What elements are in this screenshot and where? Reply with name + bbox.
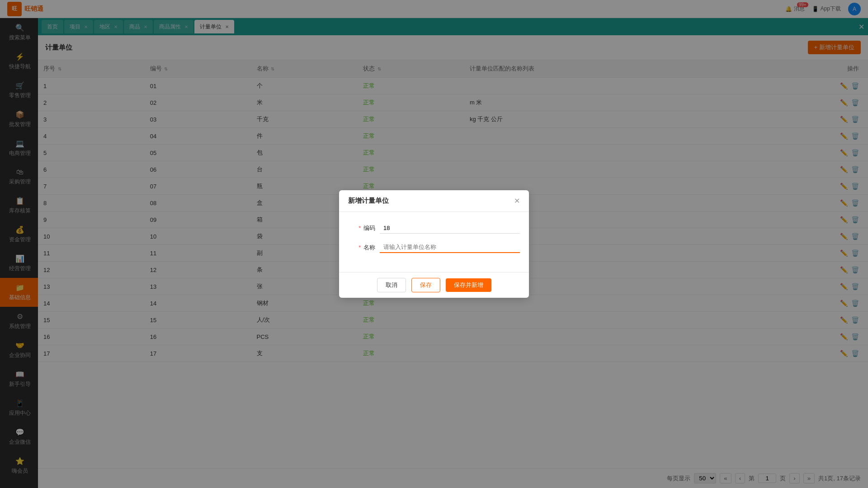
required-star-name: * <box>359 244 361 251</box>
cancel-button[interactable]: 取消 <box>377 278 406 292</box>
code-input[interactable] <box>380 223 520 234</box>
modal-close-button[interactable]: ✕ <box>514 197 520 205</box>
required-star-code: * <box>359 225 361 231</box>
name-input[interactable] <box>380 242 520 253</box>
code-label: * 编码 <box>348 224 375 232</box>
form-row-code: * 编码 <box>348 223 520 234</box>
form-row-name: * 名称 <box>348 242 520 253</box>
modal-body: * 编码 * 名称 <box>339 212 529 272</box>
modal-header: 新增计量单位 ✕ <box>339 190 529 212</box>
save-button[interactable]: 保存 <box>411 278 440 292</box>
modal-footer: 取消 保存 保存并新增 <box>339 272 529 298</box>
add-unit-modal: 新增计量单位 ✕ * 编码 * 名称 取消 保存 保存并新增 <box>339 190 529 298</box>
save-and-add-button[interactable]: 保存并新增 <box>446 278 491 292</box>
name-label: * 名称 <box>348 244 375 252</box>
modal-overlay: 新增计量单位 ✕ * 编码 * 名称 取消 保存 保存并新增 <box>0 0 868 488</box>
modal-title: 新增计量单位 <box>348 197 389 205</box>
